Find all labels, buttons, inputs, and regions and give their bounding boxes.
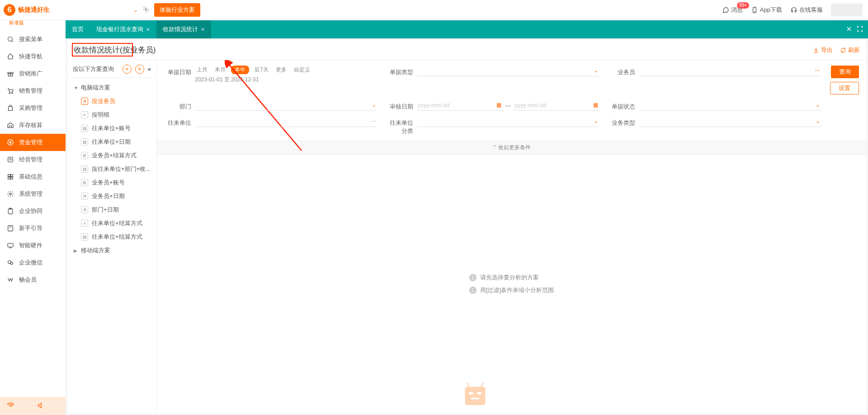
partner-input[interactable] <box>195 116 377 127</box>
add-scheme-button[interactable]: + <box>123 65 132 74</box>
more-icon[interactable]: ⋯ <box>371 118 376 124</box>
vip-icon <box>6 276 14 284</box>
chevron-down-icon[interactable]: ⌄ <box>816 102 820 108</box>
fullscreen-icon[interactable] <box>856 25 863 34</box>
svg-point-5 <box>9 93 10 94</box>
cart-icon <box>6 87 14 95</box>
refresh-button[interactable]: 刷新 <box>840 46 860 54</box>
nav-sales[interactable]: 销售管理 <box>0 82 66 99</box>
department-input[interactable] <box>195 100 377 111</box>
tree-item[interactable]: ◔业务员+日期 <box>67 189 156 203</box>
nav-quicknav[interactable]: 快捷导航 <box>0 48 66 65</box>
svg-line-1 <box>12 41 13 42</box>
app-download-link[interactable]: App下载 <box>751 6 782 14</box>
collapse-filters-bar[interactable]: ⌃ 收起更多条件 <box>157 141 866 155</box>
user-avatar[interactable] <box>831 4 863 16</box>
export-button[interactable]: 导出 <box>813 46 833 54</box>
scheme-settings-button[interactable] <box>135 65 144 74</box>
close-icon[interactable]: ✕ <box>201 27 205 33</box>
chevron-down-icon[interactable]: ⌄ <box>133 7 138 13</box>
bill-type-input[interactable] <box>417 66 599 76</box>
salesperson-input[interactable] <box>639 66 821 76</box>
grid-icon <box>6 173 14 181</box>
date-opt[interactable]: 更多 <box>274 66 288 74</box>
hint-item: 2用[过滤]条件来缩小分析范围 <box>469 286 554 294</box>
support-link[interactable]: 在线客服 <box>790 6 823 14</box>
gear-icon[interactable] <box>142 6 150 14</box>
hint-item: 1请先选择要分析的方案 <box>469 274 554 282</box>
calendar-icon[interactable]: ▦ <box>593 102 598 108</box>
nav-system[interactable]: 系统管理 <box>0 185 66 203</box>
partner-cat-input[interactable] <box>417 116 599 127</box>
nav-menu: 搜索菜单 快捷导航 营销推广 销售管理 采购管理 库存核算 资金管理 经营管理 … <box>0 28 66 397</box>
gift-icon <box>6 70 14 78</box>
result-area: 1请先选择要分析的方案 2用[过滤]条件来缩小分析范围 <box>157 155 866 413</box>
tabs-bar: 首页 现金银行流水查询✕ 收款情况统计✕ <box>66 20 868 38</box>
date-opt[interactable]: 本月 <box>213 66 227 74</box>
svg-rect-11 <box>8 174 10 177</box>
chevron-down-icon[interactable]: ⌄ <box>594 67 598 74</box>
nav-hardware[interactable]: 智能硬件 <box>0 237 66 254</box>
tree-item[interactable]: ▤往来单位+日期 <box>67 135 156 149</box>
svg-point-15 <box>9 193 11 195</box>
page: 收款情况统计(按业务员) 导出 刷新 按以下方案查询 + « <box>67 40 866 413</box>
calendar-icon[interactable]: ▦ <box>496 102 501 108</box>
svg-rect-32 <box>465 387 485 406</box>
tree-item[interactable]: ≡往来单位+结算方式 <box>67 217 156 230</box>
tab-cashflow[interactable]: 现金银行流水查询✕ <box>90 20 156 38</box>
nav-operation[interactable]: 经营管理 <box>0 151 66 168</box>
settings-icon <box>6 190 14 198</box>
device-icon <box>6 241 14 250</box>
nav-collab[interactable]: 企业协同 <box>0 203 66 220</box>
tree-item[interactable]: ◔部门+日期 <box>67 203 156 217</box>
svg-rect-33 <box>469 392 473 394</box>
biz-type-input[interactable] <box>639 116 821 127</box>
chevron-down-icon[interactable]: ⌄ <box>372 102 376 108</box>
nav-wecom[interactable]: 企业微信 <box>0 254 66 271</box>
gear-icon[interactable] <box>7 402 14 410</box>
nav-inventory[interactable]: 库存核算 <box>0 117 66 134</box>
date-opt[interactable]: 上月 <box>195 66 209 74</box>
nav-purchase[interactable]: 采购管理 <box>0 99 66 117</box>
date-opt-active[interactable]: 本年 <box>231 66 249 74</box>
audit-date-to[interactable] <box>514 100 599 111</box>
tree-item[interactable]: ⊞业务员+账号 <box>67 176 156 189</box>
tree-group-mobile[interactable]: ▶移动端方案 <box>67 244 156 257</box>
bill-status-input[interactable] <box>639 100 821 111</box>
date-opt[interactable]: 自定义 <box>292 66 312 74</box>
nav-marketing[interactable]: 营销推广 <box>0 65 66 82</box>
nav-guide[interactable]: 新手引导 <box>0 220 66 237</box>
query-button[interactable]: 查询 <box>831 66 859 78</box>
bag-icon <box>6 104 14 112</box>
tree-group-desktop[interactable]: ▼电脑端方案 <box>67 81 156 94</box>
tab-home[interactable]: 首页 <box>66 20 90 38</box>
message-badge: 99+ <box>737 2 749 9</box>
tree-item[interactable]: ▤按往来单位+部门+收... <box>67 162 156 176</box>
tree-item[interactable]: ≡按明细 <box>67 108 156 122</box>
sound-icon[interactable] <box>37 402 44 410</box>
nav-search[interactable]: 搜索菜单 <box>0 31 66 48</box>
audit-date-from[interactable] <box>417 100 502 111</box>
settings-button[interactable]: 设置 <box>830 82 859 94</box>
tree-item[interactable]: ▤往来单位+账号 <box>67 122 156 135</box>
filter-biz-type: 业务类型 ⌄ <box>608 116 821 127</box>
date-opt[interactable]: 近7天 <box>253 66 270 74</box>
nav-basedata[interactable]: 基础信息 <box>0 168 66 185</box>
collapse-panel-button[interactable]: « <box>148 66 151 72</box>
tab-receipt-stats[interactable]: 收款情况统计✕ <box>156 20 211 38</box>
close-icon[interactable]: ✕ <box>146 27 150 33</box>
tree-item[interactable]: ▤往来单位+结算方式 <box>67 230 156 244</box>
messages-link[interactable]: 消息 99+ <box>722 6 743 14</box>
logo-icon: 6 <box>4 4 15 16</box>
chevron-down-icon[interactable]: ⌄ <box>816 118 820 124</box>
nav-member[interactable]: 畅会员 <box>0 271 66 288</box>
warehouse-icon <box>6 121 14 129</box>
industry-plan-button[interactable]: 体验行业方案 <box>154 3 200 17</box>
close-all-icon[interactable] <box>845 25 853 34</box>
tree-item[interactable]: ⊞业务员+结算方式 <box>67 149 156 162</box>
nav-finance[interactable]: 资金管理 <box>0 134 66 151</box>
clock-icon: ◔ <box>81 98 88 105</box>
tree-item-salesperson[interactable]: ◔按业务员 <box>67 94 156 108</box>
more-icon[interactable]: ⋯ <box>815 67 820 74</box>
chevron-down-icon[interactable]: ⌄ <box>594 118 598 124</box>
